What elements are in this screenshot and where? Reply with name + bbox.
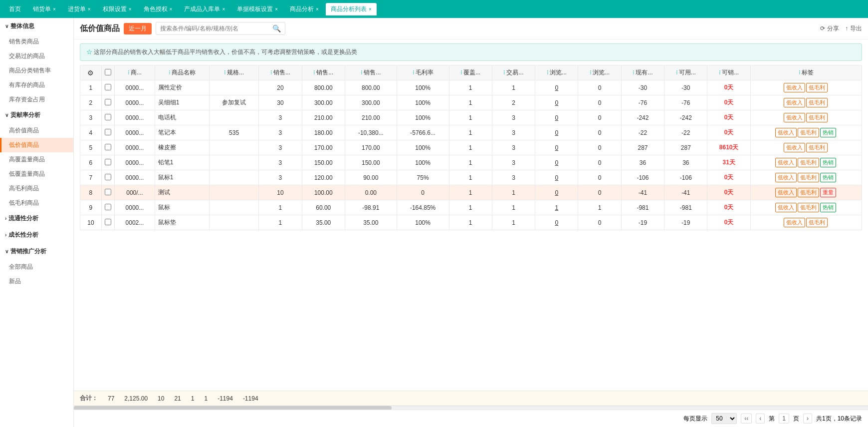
row-view1[interactable]: 1 [535,200,578,215]
row-checkbox-cell[interactable] [101,125,114,140]
row-checkbox[interactable] [105,219,111,225]
gear-icon[interactable]: ⚙ [87,69,94,77]
search-icon[interactable]: 🔍 [272,24,281,32]
col-checkbox[interactable] [101,65,114,80]
row-checkbox[interactable] [105,144,111,150]
sidebar-section-overall[interactable]: ∨ 整体信息 [0,18,73,34]
nav-product-in[interactable]: 产成品入库单 × [179,3,230,15]
sidebar-item-new-goods[interactable]: 新品 [0,274,73,289]
view1-link[interactable]: 0 [555,189,558,196]
row-view1[interactable]: 0 [535,110,578,125]
row-name[interactable]: 橡皮擦 [155,140,209,155]
nav-goods-analysis[interactable]: 商品分析 × [285,3,324,15]
view1-link[interactable]: 0 [555,159,558,166]
row-name[interactable]: 电话机 [155,110,209,125]
close-icon[interactable]: × [170,6,173,12]
row-name[interactable]: 测试 [155,185,209,200]
view1-link[interactable]: 0 [555,84,558,91]
sidebar-item-high-value[interactable]: 高价值商品 [0,123,73,138]
row-checkbox-cell[interactable] [101,155,114,170]
row-checkbox[interactable] [105,84,111,90]
view1-link[interactable]: 0 [555,144,558,151]
row-checkbox-cell[interactable] [101,110,114,125]
row-view1[interactable]: 0 [535,155,578,170]
share-button[interactable]: ⟳ 分享 [820,24,839,33]
col-sales-amount[interactable]: ⁝销售... [345,65,397,80]
nav-purchase-order[interactable]: 进货单 × [63,3,96,15]
view1-link[interactable]: 0 [555,129,558,136]
row-name[interactable]: 鼠标垫 [155,215,209,230]
col-view2[interactable]: ⁝浏览... [578,65,621,80]
select-all-checkbox[interactable] [105,69,111,75]
sidebar-item-traded-goods[interactable]: 交易过的商品 [0,49,73,63]
row-name[interactable]: 鼠标1 [155,170,209,185]
row-checkbox-cell[interactable] [101,200,114,215]
sidebar-item-all-goods[interactable]: 全部商品 [0,260,73,274]
row-checkbox[interactable] [105,99,111,105]
col-spec[interactable]: ⁝规格... [209,65,258,80]
row-checkbox[interactable] [105,189,111,195]
row-name[interactable]: 铅笔1 [155,155,209,170]
view1-link[interactable]: 1 [555,204,558,211]
nav-sales-order[interactable]: 销货单 × [28,3,61,15]
row-checkbox-cell[interactable] [101,80,114,95]
row-view1[interactable]: 0 [535,185,578,200]
sidebar-section-contribution[interactable]: ∨ 贡献率分析 [0,107,73,123]
page-input[interactable]: 1 [779,414,789,424]
row-view1[interactable]: 0 [535,125,578,140]
sidebar-item-sales-goods[interactable]: 销售类商品 [0,34,73,49]
first-page-button[interactable]: ‹‹ [741,414,752,424]
sidebar-item-low-coverage[interactable]: 低覆盖量商品 [0,167,73,181]
nav-goods-analysis-list[interactable]: 商品分析列表 × [326,3,377,15]
row-checkbox[interactable] [105,174,111,180]
view1-link[interactable]: 0 [555,174,558,181]
sidebar-section-marketing[interactable]: ∨ 营销推广分析 [0,243,73,260]
search-input[interactable] [160,25,270,32]
per-page-select[interactable]: 50 100 200 [711,413,737,424]
row-checkbox-cell[interactable] [101,140,114,155]
close-icon[interactable]: × [53,6,56,12]
col-name[interactable]: ⁝商品名称 [155,65,209,80]
nav-role-auth[interactable]: 角色授权 × [139,3,178,15]
row-name[interactable]: 鼠标 [155,200,209,215]
close-icon[interactable]: × [316,6,319,12]
nav-permission[interactable]: 权限设置 × [98,3,137,15]
view1-link[interactable]: 0 [555,99,558,106]
col-available[interactable]: ⁝可用... [664,65,707,80]
sidebar-item-stock-capital[interactable]: 库存资金占用 [0,92,73,107]
sidebar-section-growth[interactable]: › 成长性分析 [0,227,73,243]
row-view1[interactable]: 0 [535,170,578,185]
prev-page-button[interactable]: ‹ [756,414,765,424]
filter-recent-month-button[interactable]: 近一月 [124,23,152,34]
row-checkbox-cell[interactable] [101,95,114,110]
horizontal-scrollbar[interactable] [74,406,868,410]
view1-link[interactable]: 0 [555,219,558,226]
sidebar-item-high-coverage[interactable]: 高覆盖量商品 [0,152,73,167]
close-icon[interactable]: × [88,6,91,12]
row-view1[interactable]: 0 [535,140,578,155]
row-checkbox-cell[interactable] [101,215,114,230]
row-checkbox[interactable] [105,159,111,165]
col-sales-qty[interactable]: ⁝销售... [259,65,302,80]
row-name[interactable]: 吴细细1 [155,95,209,110]
col-current[interactable]: ⁝现有... [621,65,664,80]
col-tags[interactable]: ⁝标签 [750,65,862,80]
col-gear[interactable]: ⚙ [80,65,102,80]
row-checkbox-cell[interactable] [101,170,114,185]
sidebar-item-category-rate[interactable]: 商品分类销售率 [0,63,73,78]
export-button[interactable]: ↑ 导出 [845,24,862,33]
row-view1[interactable]: 0 [535,95,578,110]
sidebar-item-stock-goods[interactable]: 有库存的商品 [0,78,73,92]
row-name[interactable]: 笔记本 [155,125,209,140]
sidebar-section-liquidity[interactable]: › 流通性分析 [0,210,73,227]
close-icon[interactable]: × [275,6,278,12]
nav-template[interactable]: 单据模板设置 × [232,3,283,15]
row-checkbox[interactable] [105,204,111,210]
view1-link[interactable]: 0 [555,114,558,121]
close-icon[interactable]: × [222,6,225,12]
row-view1[interactable]: 0 [535,215,578,230]
nav-home[interactable]: 首页 [4,3,26,15]
col-sales-price[interactable]: ⁝销售... [302,65,345,80]
row-checkbox[interactable] [105,114,111,120]
sidebar-item-high-profit[interactable]: 高毛利商品 [0,181,73,196]
